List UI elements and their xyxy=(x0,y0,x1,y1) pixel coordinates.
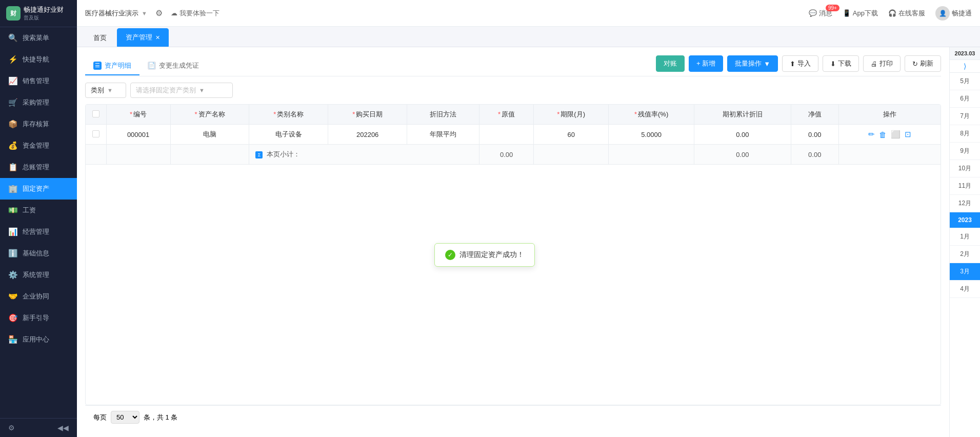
select-all-checkbox[interactable] xyxy=(92,110,99,117)
cell-code: 000001 xyxy=(106,125,170,145)
sidebar-item-销售管理[interactable]: 📈销售管理 xyxy=(0,70,77,92)
batch-operation-button[interactable]: 批量操作 ▼ xyxy=(727,55,778,72)
sidebar-item-label: 经营管理 xyxy=(23,227,49,236)
import-button[interactable]: ⬆ 导入 xyxy=(782,55,818,72)
sidebar-collapse-icon[interactable]: ◀◀ xyxy=(57,424,69,432)
calendar-item[interactable]: 9月 xyxy=(950,143,980,160)
company-name: 医疗器械行业演示 xyxy=(85,9,138,18)
edit-icon[interactable]: ✏ xyxy=(868,130,875,139)
category-filter[interactable]: 类别 ▼ xyxy=(85,83,126,98)
pagination-total: 条，共 1 条 xyxy=(144,413,177,422)
calendar-item[interactable]: 6月 xyxy=(950,90,980,108)
sidebar-item-经营管理[interactable]: 📊经营管理 xyxy=(0,221,77,243)
per-page-select[interactable]: 50 100 xyxy=(111,411,139,424)
sidebar-icon: 📊 xyxy=(8,227,17,236)
user-menu[interactable]: 👤 畅捷通 xyxy=(935,6,972,21)
cell-net-value: 0.00 xyxy=(791,125,838,145)
col-residual-rate: 残值率(%) xyxy=(609,105,694,125)
topbar-settings-icon[interactable]: ⚙ xyxy=(155,8,163,18)
cell-period: 60 xyxy=(534,125,609,145)
calendar-item[interactable]: 2月 xyxy=(950,246,980,263)
messages-button[interactable]: 💬 消息 99+ xyxy=(809,9,832,18)
asset-category-selector[interactable]: 请选择固定资产类别 ▼ xyxy=(130,83,233,98)
refresh-button[interactable]: ↻ 刷新 xyxy=(905,55,941,72)
tab-close-icon[interactable]: ✕ xyxy=(155,34,160,41)
sidebar-icon: 🏢 xyxy=(8,184,17,193)
calendar-item[interactable]: 7月 xyxy=(950,108,980,125)
cell-name: 电脑 xyxy=(170,125,249,145)
calendar-collapse-button[interactable]: ⟩ xyxy=(950,60,980,73)
calendar-item[interactable]: 11月 xyxy=(950,177,980,195)
cell-residual-rate: 5.0000 xyxy=(609,125,694,145)
sidebar-icon: ⚙️ xyxy=(8,270,17,280)
experience-button[interactable]: ☁ 我要体验一下 xyxy=(171,9,219,18)
subtotal-row: Σ 本页小计： 0.00 0.00 0.00 xyxy=(86,145,941,165)
calendar-item[interactable]: 5月 xyxy=(950,73,980,90)
calendar-header: 2023.03 xyxy=(950,47,980,60)
subtotal-icon: Σ xyxy=(255,151,263,158)
col-initial-depreciation: 期初累计折旧 xyxy=(694,105,791,125)
sidebar-item-库存核算[interactable]: 📦库存核算 xyxy=(0,113,77,135)
sidebar-item-label: 企业协同 xyxy=(23,292,49,301)
calendar-item[interactable]: 10月 xyxy=(950,160,980,177)
sidebar-item-快捷导航[interactable]: ⚡快捷导航 xyxy=(0,49,77,70)
company-selector[interactable]: 医疗器械行业演示 ▼ xyxy=(85,9,147,18)
sidebar-item-label: 资金管理 xyxy=(23,141,49,150)
sidebar-item-采购管理[interactable]: 🛒采购管理 xyxy=(0,92,77,113)
cell-depreciation-method: 年限平均 xyxy=(407,125,479,145)
settings-icon[interactable]: ⚙ xyxy=(8,424,15,432)
sidebar-item-label: 总账管理 xyxy=(23,163,49,172)
sub-tab-asset-detail[interactable]: ☰ 资产明细 xyxy=(85,57,139,75)
subtotal-initial-depreciation: 0.00 xyxy=(694,145,791,165)
cell-purchase-date: 202206 xyxy=(328,125,407,145)
asset-table: 编号 资产名称 类别名称 购买日期 折旧方法 原值 期限(月) 残值率(%) 期… xyxy=(85,104,941,405)
main-area: 医疗器械行业演示 ▼ ⚙ ☁ 我要体验一下 💬 消息 99+ 📱 App下载 🎧… xyxy=(77,0,980,437)
sidebar-logo: 财 畅捷通好业财 普及版 xyxy=(0,0,77,27)
download-button[interactable]: ⬇ 下载 xyxy=(823,55,859,72)
tab-home[interactable]: 首页 xyxy=(85,29,115,47)
row-select-checkbox[interactable] xyxy=(92,130,99,137)
app-download-button[interactable]: 📱 App下载 xyxy=(843,9,878,18)
cell-category: 电子设备 xyxy=(249,125,328,145)
reconcile-button[interactable]: 对账 xyxy=(656,55,685,72)
calendar-item[interactable]: 3月 xyxy=(950,263,980,281)
sidebar-item-固定资产[interactable]: 🏢固定资产 xyxy=(0,178,77,200)
sidebar-item-基础信息[interactable]: ℹ️基础信息 xyxy=(0,243,77,264)
sub-tab-voucher[interactable]: 📄 变更生成凭证 xyxy=(139,57,207,75)
calendar-item[interactable]: 4月 xyxy=(950,281,980,298)
sidebar-icon: 🤝 xyxy=(8,292,17,301)
calendar-item[interactable]: 8月 xyxy=(950,125,980,143)
delete-icon[interactable]: 🗑 xyxy=(879,130,887,139)
sub-tabs: ☰ 资产明细 📄 变更生成凭证 对账 + 新增 批量操作 ▼ ⬆ xyxy=(85,55,941,76)
sidebar-item-工资[interactable]: 💵工资 xyxy=(0,200,77,221)
sidebar-item-应用中心[interactable]: 🏪应用中心 xyxy=(0,329,77,350)
subtotal-original-value: 0.00 xyxy=(479,145,533,165)
toast-message: 清理固定资产成功！ xyxy=(459,250,524,260)
company-dropdown-icon: ▼ xyxy=(142,10,147,16)
sidebar-item-系统管理[interactable]: ⚙️系统管理 xyxy=(0,264,77,286)
sidebar-icon: 🛒 xyxy=(8,98,17,107)
sidebar-item-总账管理[interactable]: 📋总账管理 xyxy=(0,156,77,178)
sidebar-item-企业协同[interactable]: 🤝企业协同 xyxy=(0,286,77,307)
sidebar-item-label: 新手引导 xyxy=(23,313,49,323)
calendar-item[interactable]: 12月 xyxy=(950,195,980,212)
sidebar-item-label: 系统管理 xyxy=(23,270,49,280)
table-header-row: 编号 资产名称 类别名称 购买日期 折旧方法 原值 期限(月) 残值率(%) 期… xyxy=(86,105,941,125)
col-category: 类别名称 xyxy=(249,105,328,125)
new-button[interactable]: + 新增 xyxy=(689,55,723,72)
calendar-item[interactable]: 1月 xyxy=(950,228,980,246)
sidebar-icon: 💰 xyxy=(8,141,17,150)
sidebar-item-搜索菜单[interactable]: 🔍搜索菜单 xyxy=(0,27,77,49)
sidebar-item-资金管理[interactable]: 💰资金管理 xyxy=(0,135,77,156)
more-icon[interactable]: ⊡ xyxy=(905,130,911,139)
sidebar-icon: 📈 xyxy=(8,76,17,86)
online-service-button[interactable]: 🎧 在线客服 xyxy=(888,9,925,18)
app-logo-text: 畅捷通好业财 普及版 xyxy=(24,5,64,22)
calendar-item[interactable]: 2023 xyxy=(950,212,980,228)
copy-icon[interactable]: ⬜ xyxy=(891,130,901,139)
sidebar-item-新手引导[interactable]: 🎯新手引导 xyxy=(0,307,77,329)
cell-initial-depreciation: 0.00 xyxy=(694,125,791,145)
row-checkbox xyxy=(86,125,106,145)
print-button[interactable]: 🖨 打印 xyxy=(863,55,901,72)
tab-asset-management[interactable]: 资产管理 ✕ xyxy=(117,28,169,47)
